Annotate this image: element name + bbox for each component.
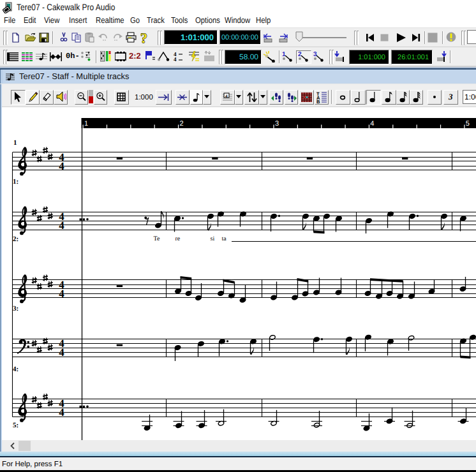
svg-text:4:: 4:: [13, 365, 19, 373]
svg-text:3: 3: [275, 120, 279, 128]
svg-text:4: 4: [59, 346, 64, 358]
svg-text:2:: 2:: [13, 235, 19, 243]
svg-text:3:: 3:: [13, 305, 19, 313]
svg-text:re: re: [175, 235, 181, 242]
svg-text:2: 2: [298, 51, 302, 58]
svg-text:1: 1: [13, 139, 17, 147]
svg-text:B: B: [316, 99, 320, 103]
svg-text:5: 5: [466, 120, 470, 128]
svg-text:1: 1: [282, 51, 286, 58]
svg-text:si: si: [211, 235, 215, 242]
svg-text:4: 4: [59, 219, 64, 232]
svg-text:5:: 5:: [13, 422, 19, 429]
svg-text:4: 4: [59, 160, 64, 172]
svg-text:3: 3: [313, 51, 317, 58]
svg-text:2: 2: [179, 120, 183, 128]
svg-text:4: 4: [370, 120, 374, 128]
svg-text:4: 4: [59, 406, 64, 418]
svg-text:4: 4: [174, 56, 177, 63]
svg-text:4: 4: [225, 94, 228, 99]
svg-text:1:: 1:: [13, 178, 19, 186]
svg-text:?: ?: [140, 31, 147, 44]
svg-text:4: 4: [59, 288, 64, 300]
svg-text:Te: Te: [154, 235, 160, 242]
svg-text:1: 1: [84, 120, 88, 128]
svg-text:ta: ta: [222, 235, 227, 242]
